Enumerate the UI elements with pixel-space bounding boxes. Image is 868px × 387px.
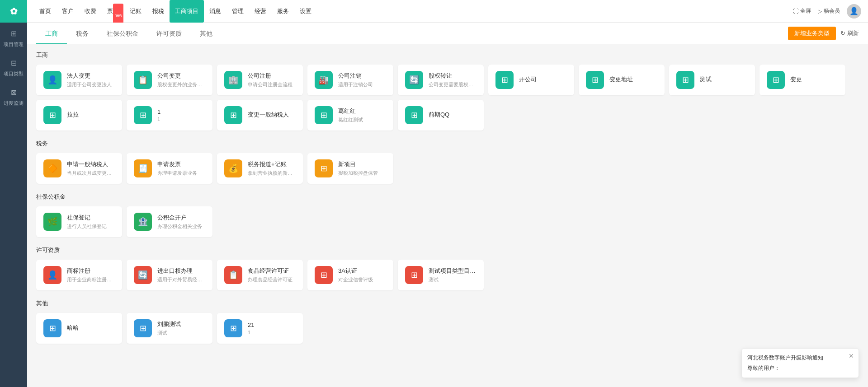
card-provident-fund[interactable]: 🏦 公积金开户 办理公积金相关业务 — [127, 206, 212, 237]
card-tax-report-accounting-desc: 拿到营业执照的新公司 — [248, 170, 296, 177]
nav-settings[interactable]: 设置 — [294, 0, 317, 23]
card-3a-cert-desc: 对企业信誉评级 — [338, 276, 373, 283]
card-change-taxpayer[interactable]: ⊞ 变更一般纳税人 — [217, 100, 303, 131]
nav-bizproject[interactable]: 工商项目 — [170, 0, 204, 23]
sidebar-item-project-type[interactable]: ⊟ 项目类型 — [0, 52, 27, 81]
card-lala-icon: ⊞ — [43, 106, 61, 124]
card-apply-invoice[interactable]: 🧾 申请发票 办理申请发票业务 — [127, 153, 212, 184]
refresh-button[interactable]: ↻ 刷新 — [840, 29, 859, 37]
nav-message[interactable]: 消息 — [204, 0, 226, 23]
tab-shebao[interactable]: 社保公积金 — [98, 23, 147, 44]
card-social-insurance-icon: 🌿 — [43, 213, 61, 231]
tab-other[interactable]: 其他 — [191, 23, 222, 44]
card-test-project-type[interactable]: ⊞ 测试项目类型目定义 测试 — [398, 260, 484, 290]
card-equity-transfer[interactable]: 🔄 股权转让 公司变更需要股权转让 — [398, 65, 484, 95]
sidebar-item-project-manage[interactable]: ⊞ 项目管理 — [0, 23, 27, 52]
card-test-project-type-icon: ⊞ — [405, 266, 423, 284]
sidebar-project-manage-label: 项目管理 — [4, 42, 24, 47]
notification-close-button[interactable]: ✕ — [849, 352, 854, 359]
card-liupeng-test[interactable]: ⊞ 刘鹏测试 测试 — [127, 313, 212, 344]
card-3a-cert-title: 3A认证 — [338, 267, 373, 275]
card-front-qq[interactable]: ⊞ 前期QQ — [398, 100, 484, 131]
card-3a-cert-icon: ⊞ — [315, 266, 333, 284]
card-food-license[interactable]: 📋 食品经营许可证 办理食品经营许可证 — [217, 260, 303, 290]
card-apply-taxpayer-icon: 🔶 — [43, 159, 61, 177]
vip-button[interactable]: ▷ 畅会员 — [818, 7, 840, 15]
nav-operation[interactable]: 经营 — [249, 0, 272, 23]
nav-home[interactable]: 首页 — [34, 0, 57, 23]
card-mahonghong[interactable]: ⊞ 葛红红 葛红红测试 — [307, 100, 393, 131]
card-mahonghong-title: 葛红红 — [338, 107, 363, 115]
card-import-export-icon: 🔄 — [134, 266, 152, 284]
card-apply-taxpayer[interactable]: 🔶 申请一般纳税人 当月或次月成变更完成 — [36, 153, 122, 184]
card-change-address-icon: ⊞ — [586, 71, 604, 89]
vip-label: 畅会员 — [824, 7, 840, 15]
card-trademark[interactable]: 👤 商标注册 用于企业商标注册服务 — [36, 260, 122, 290]
card-lala-title: 拉拉 — [67, 111, 79, 119]
nav-tax[interactable]: 报税 — [147, 0, 170, 23]
card-legal-change-title: 法人变更 — [67, 72, 112, 80]
card-company-change-icon: 📋 — [134, 71, 152, 89]
tabs-actions: 新增业务类型 ↻ 刷新 — [788, 27, 859, 40]
tab-xuke[interactable]: 许可资质 — [147, 23, 191, 44]
card-test[interactable]: ⊞ 测试 — [669, 65, 755, 95]
shebao-cards: 🌿 社保登记 进行人员社保登记 🏦 公积金开户 办理公积金相关业务 — [36, 206, 859, 237]
nav-accounting[interactable]: 记账 — [124, 0, 147, 23]
card-lala[interactable]: ⊞ 拉拉 — [36, 100, 122, 131]
tab-shuiwu[interactable]: 税务 — [67, 23, 98, 44]
new-type-button[interactable]: 新增业务类型 — [788, 27, 836, 40]
card-tax-report-accounting-icon: 💰 — [224, 159, 242, 177]
card-tax-report-accounting-title: 税务报道+记账 — [248, 160, 296, 168]
card-twenty-one-title: 21 — [248, 322, 254, 328]
card-one[interactable]: ⊞ 1 1 — [127, 100, 212, 131]
card-new-project-title: 新项目 — [338, 160, 378, 168]
card-import-export[interactable]: 🔄 进出口权办理 适用于对外贸易经营者 — [127, 260, 212, 290]
gongshang-title: 工商 — [36, 51, 859, 59]
nav-service[interactable]: 服务 — [272, 0, 294, 23]
card-legal-change[interactable]: 👤 法人变更 适用于公司变更法人 — [36, 65, 122, 95]
notification-desc: 尊敬的用户： — [747, 364, 853, 372]
card-twenty-one[interactable]: ⊞ 21 1 — [217, 313, 303, 344]
card-company-cancel[interactable]: 🏭 公司注销 适用于注销公司 — [307, 65, 393, 95]
page-content: 工商 👤 法人变更 适用于公司变更法人 📋 公司变更 股权变更外的业务 — [27, 44, 868, 387]
card-liupeng-test-title: 刘鹏测试 — [157, 320, 181, 328]
card-company-change[interactable]: 📋 公司变更 股权变更外的业务变更 — [127, 65, 212, 95]
fullscreen-button[interactable]: ⛶ 全屏 — [793, 7, 811, 15]
card-social-insurance[interactable]: 🌿 社保登记 进行人员社保登记 — [36, 206, 122, 237]
card-equity-transfer-icon: 🔄 — [405, 71, 423, 89]
card-food-license-desc: 办理食品经营许可证 — [248, 276, 292, 283]
tab-gongshang[interactable]: 工商 — [36, 23, 67, 44]
vip-icon: ▷ — [818, 8, 822, 14]
avatar[interactable]: 👤 — [847, 4, 861, 19]
nav-manage[interactable]: 管理 — [226, 0, 249, 23]
card-company-cancel-title: 公司注销 — [338, 72, 373, 80]
shuiwu-cards: 🔶 申请一般纳税人 当月或次月成变更完成 🧾 申请发票 办理申请发票业务 — [36, 153, 859, 184]
card-change[interactable]: ⊞ 变更 — [760, 65, 845, 95]
card-3a-cert[interactable]: ⊞ 3A认证 对企业信誉评级 — [307, 260, 393, 290]
sidebar-progress-monitor-label: 进度监测 — [4, 100, 24, 106]
card-change-address[interactable]: ⊞ 变更地址 — [579, 65, 665, 95]
shebao-title: 社保公积金 — [36, 193, 859, 201]
card-equity-transfer-desc: 公司变更需要股权转让 — [429, 81, 476, 88]
sidebar-logo: ✿ — [0, 0, 27, 23]
card-tax-report-accounting[interactable]: 💰 税务报道+记账 拿到营业执照的新公司 — [217, 153, 303, 184]
card-test-project-type-desc: 测试 — [429, 276, 476, 283]
shuiwu-title: 税务 — [36, 140, 859, 148]
card-one-title: 1 — [157, 108, 160, 115]
card-new-project[interactable]: ⊞ 新项目 报税加税控盘保管 — [307, 153, 393, 184]
tabs-bar: 工商 税务 社保公积金 许可资质 其他 新增业务类型 ↻ 刷新 — [27, 23, 868, 44]
nav-customer[interactable]: 客户 — [57, 0, 79, 23]
avatar-icon: 👤 — [849, 7, 859, 15]
card-liupeng-test-desc: 测试 — [157, 330, 181, 336]
card-haha[interactable]: ⊞ 哈哈 — [36, 313, 122, 344]
nav-ticket[interactable]: 票据 new — [102, 0, 124, 23]
card-twenty-one-icon: ⊞ — [224, 319, 242, 337]
card-social-insurance-desc: 进行人员社保登记 — [67, 223, 107, 230]
card-open-company[interactable]: ⊞ 开公司 — [488, 65, 574, 95]
project-manage-icon: ⊞ — [7, 27, 20, 40]
nav-billing[interactable]: 收费 — [79, 0, 102, 23]
card-company-register[interactable]: 🏢 公司注册 申请公司注册全流程 — [217, 65, 303, 95]
card-change-title: 变更 — [790, 75, 802, 84]
sidebar-item-progress-monitor[interactable]: ⊠ 进度监测 — [0, 81, 27, 111]
card-provident-fund-title: 公积金开户 — [157, 214, 202, 222]
